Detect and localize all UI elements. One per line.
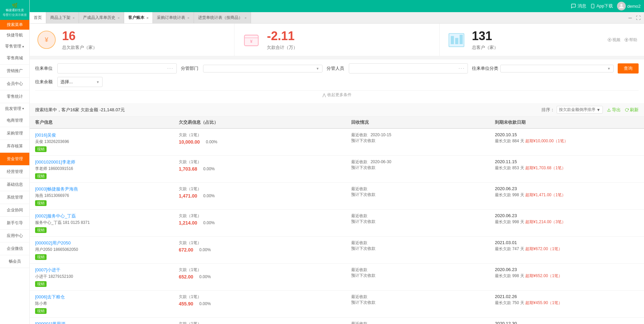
sort-value: 按欠款金额倒序排序 — [559, 107, 595, 113]
collapse-button[interactable]: ⋀ 收起更多条件 — [323, 92, 352, 98]
tab-close-icon[interactable]: × — [117, 16, 119, 20]
debt-amount-4[interactable]: 672.00 — [179, 247, 193, 253]
overdue-link-0[interactable]: 超期¥10,000.00（1笔） — [525, 139, 568, 143]
next-collection-0: 预计下次收款 — [351, 138, 495, 144]
sidebar-item-inventory[interactable]: 库存核算 — [0, 140, 29, 153]
filter-item-balance: 往来余额 选择... ▼ — [35, 77, 103, 87]
tab-production-history[interactable]: 产成品入库单历史 × — [79, 12, 124, 24]
tab-label: 客户账本 — [128, 15, 144, 21]
video-button[interactable]: 视频 — [608, 37, 620, 43]
search-menu-item[interactable]: 搜索菜单 — [0, 20, 29, 30]
sidebar-item-label: 会员中心 — [7, 81, 23, 86]
sidebar-item-guide[interactable]: 新手引导 — [0, 217, 29, 230]
customer-name-0[interactable]: [0016]吴俊 — [35, 132, 179, 138]
sidebar-item-finance[interactable]: 资金管理 — [0, 153, 29, 166]
debt-info-7: 欠款（1笔） 429.00 0.00% — [179, 321, 351, 324]
sidebar-item-retail-stats[interactable]: 零售统计 — [0, 90, 29, 103]
recovery-info-6: 最近收款 预计下次收款 — [351, 294, 495, 305]
sidebar-item-purchase[interactable]: 采购管理 — [0, 127, 29, 140]
sidebar-item-vip[interactable]: 畅会员 — [0, 255, 29, 268]
stat-info-debt-total: -2.11 欠款合计（万） — [267, 29, 298, 51]
export-button[interactable]: 导出 — [607, 107, 621, 113]
svg-text:?: ? — [626, 39, 627, 41]
sidebar-item-marketing[interactable]: 营销推广 — [0, 65, 29, 78]
sidebar-item-label: 系统管理 — [7, 195, 23, 200]
category-select[interactable]: ▼ — [500, 65, 614, 72]
sort-arrow-icon: ▼ — [596, 108, 600, 112]
tab-products-off[interactable]: 商品上下架 × — [46, 12, 79, 24]
sidebar-item-wechat[interactable]: 企业微信 — [0, 242, 29, 255]
debt-info-3: 欠款（3笔） 1,214.00 0.00% — [179, 213, 351, 226]
customer-name-4[interactable]: [000002]用户2050 — [35, 240, 179, 246]
recovery-label-5: 最近收款 — [351, 267, 495, 273]
customer-name-2[interactable]: [0003]畅捷服务尹海燕 — [35, 186, 179, 192]
debt-amount-1[interactable]: 1,703.68 — [179, 166, 197, 172]
filter-item-person: 分管人员 ··· — [327, 63, 468, 73]
overdue-link-5[interactable]: 超期¥652.00（1笔） — [525, 273, 562, 278]
tab-close-icon[interactable]: × — [73, 16, 75, 20]
sidebar-item-retail-mgmt[interactable]: 零售管理 — [0, 41, 29, 52]
customer-info-6: [0006]去下粮仓 陈小希 现销 — [35, 294, 179, 314]
debt-amount-5[interactable]: 652.00 — [179, 274, 193, 279]
sidebar-item-collab[interactable]: 企业协同 — [0, 204, 29, 217]
sidebar-item-ecom[interactable]: 电商管理 — [0, 114, 29, 127]
debt-ratio-4: 0.00% — [199, 247, 211, 252]
help-button[interactable]: ? 帮助 — [624, 37, 637, 43]
refresh-button[interactable]: 刷新 — [625, 107, 639, 113]
app-download-button[interactable]: App下载 — [590, 3, 613, 9]
dept-select[interactable]: ▼ — [203, 65, 323, 72]
overdue-link-6[interactable]: 超期¥455.90（1笔） — [525, 300, 562, 305]
tabs-minimize-button[interactable]: ─ — [627, 14, 633, 21]
stat-card-debt-total: ¥ -2.11 欠款合计（万） — [234, 24, 439, 56]
customer-name-1[interactable]: [0001020001]李老师 — [35, 159, 179, 165]
stat-value-debt-customers: 16 — [62, 29, 97, 43]
customer-name-7[interactable]: [000001]黄思源 — [35, 321, 179, 324]
tab-home[interactable]: 首页 — [30, 12, 46, 24]
sidebar-logo[interactable]: 🌿 畅捷通好生意 母婴行业演示账套 — [0, 0, 29, 20]
sidebar-item-appstore[interactable]: 应用中心 — [0, 230, 29, 242]
tab-customer-account[interactable]: 客户账本 × — [124, 12, 153, 24]
supplier-input[interactable]: ··· — [57, 63, 177, 73]
tab-close-icon[interactable]: × — [146, 16, 148, 20]
debt-amount-2[interactable]: 1,471.00 — [179, 193, 197, 199]
tab-label: 首页 — [34, 15, 42, 21]
tabs-maximize-button[interactable]: ⛶ — [635, 14, 642, 21]
sidebar-item-operation[interactable]: 经营管理 — [0, 166, 29, 178]
sidebar-item-retail-mall[interactable]: 零售商城 — [0, 52, 29, 65]
sort-select[interactable]: 按欠款金额倒序排序 ▼ — [557, 106, 603, 114]
next-collection-1: 预计下次收款 — [351, 165, 495, 171]
sidebar-item-label: 采购管理 — [7, 131, 23, 136]
sidebar-item-member[interactable]: 会员中心 — [0, 78, 29, 90]
table-row: [0007]小进干 小进干 18279152100 现销 欠款（1笔） 652.… — [30, 264, 644, 291]
overdue-link-2[interactable]: 超期¥1,471.00（1笔） — [525, 193, 566, 197]
person-input[interactable]: ··· — [349, 63, 468, 73]
tab-close-icon[interactable]: × — [245, 16, 247, 20]
customer-name-6[interactable]: [0006]去下粮仓 — [35, 294, 179, 300]
sidebar-item-wholesale[interactable]: 批发管理 — [0, 103, 29, 114]
sidebar-item-quick-nav[interactable]: 快捷导航 — [0, 30, 29, 41]
message-button[interactable]: 消息 — [571, 3, 586, 9]
tab-purchase-order[interactable]: 采购订单统计表 × — [153, 12, 194, 24]
debt-amount-6[interactable]: 455.90 — [179, 301, 193, 306]
customer-name-5[interactable]: [0007]小进干 — [35, 267, 179, 273]
user-menu[interactable]: demo2 — [617, 2, 641, 10]
sidebar-item-system[interactable]: 系统管理 — [0, 191, 29, 204]
overdue-link-4[interactable]: 超期¥672.00（1笔） — [525, 246, 562, 251]
sidebar-item-basic[interactable]: 基础信息 — [0, 178, 29, 191]
debt-amount-0[interactable]: 10,000.00 — [179, 139, 200, 145]
search-button[interactable]: 查询 — [618, 63, 639, 73]
tab-purchase-stat[interactable]: 进货单统计表（按商品） × — [194, 12, 251, 24]
due-date-3: 2020.06.23 — [495, 213, 639, 218]
overdue-link-3[interactable]: 超期¥1,214.00（3笔） — [525, 219, 566, 224]
refresh-label: 刷新 — [630, 107, 639, 113]
customer-badge-1: 现销 — [35, 173, 47, 179]
overdue-link-1[interactable]: 超期¥1,703.68（1笔） — [525, 166, 566, 170]
tab-close-icon[interactable]: × — [187, 16, 189, 20]
customer-name-3[interactable]: [0002]服务中心_丁磊 — [35, 213, 179, 219]
debt-ratio-6: 0.00% — [199, 301, 211, 306]
debt-count-3: 欠款（3笔） — [179, 213, 351, 219]
message-label: 消息 — [578, 3, 586, 9]
balance-select[interactable]: 选择... ▼ — [57, 77, 103, 87]
debt-amount-3[interactable]: 1,214.00 — [179, 220, 197, 226]
overdue-detail-4: 最长欠款 747 天 超期¥672.00（1笔） — [495, 246, 639, 252]
